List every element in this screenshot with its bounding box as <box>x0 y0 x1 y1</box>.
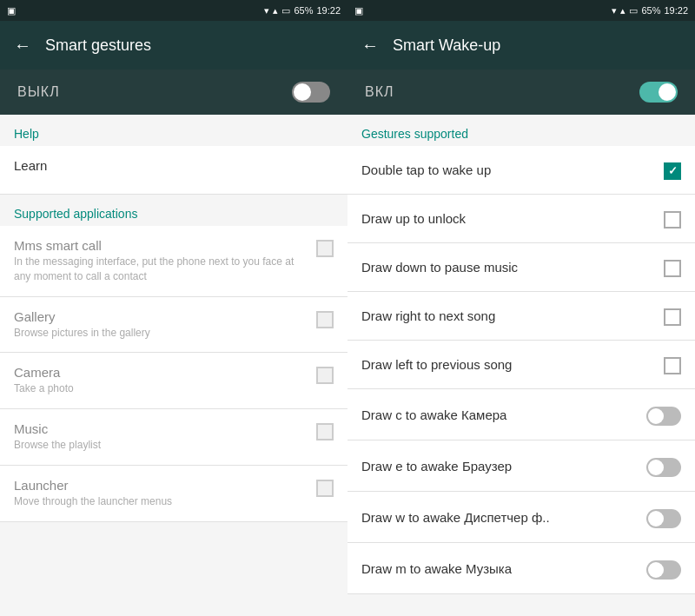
launcher-checkbox[interactable] <box>316 480 334 497</box>
right-wifi-icon: ▾ <box>612 5 617 17</box>
left-panel: ▣ ▾ ▴ ▭ 65% 19:22 ← Smart gestures ВЫКЛ … <box>0 0 348 616</box>
status-right-info: ▾ ▴ ▭ 65% 19:22 <box>264 5 341 17</box>
launcher-title: Launcher <box>14 478 306 493</box>
camera-text: Camera Take a photo <box>14 365 316 396</box>
gesture-draw-m-label: Draw m to awake Музыка <box>361 561 512 576</box>
back-button[interactable]: ← <box>14 36 31 56</box>
battery-label: 65% <box>294 5 313 16</box>
gesture-double-tap-label: Double tap to wake up <box>361 162 491 177</box>
gesture-draw-left-label: Draw left to previous song <box>361 357 512 372</box>
gesture-draw-up-checkbox[interactable] <box>664 211 681 229</box>
gesture-draw-w-toggle[interactable] <box>646 509 681 528</box>
mms-text: Mms smart call In the messaging interfac… <box>14 238 316 284</box>
gesture-draw-left-checkbox[interactable] <box>664 357 681 374</box>
right-signal-icon: ▴ <box>620 5 626 17</box>
right-content: Gestures supported Double tap to wake up… <box>348 115 695 616</box>
gesture-draw-e-label: Draw e to awake Браузер <box>361 459 512 474</box>
list-item-music[interactable]: Music Browse the playlist <box>0 409 348 466</box>
left-toggle-label: ВЫКЛ <box>17 84 60 100</box>
gallery-text: Gallery Browse pictures in the gallery <box>14 309 316 341</box>
gesture-draw-down-checkbox[interactable] <box>664 260 681 277</box>
right-toggle-row: ВКЛ <box>348 70 695 115</box>
signal-icon: ▴ <box>273 5 278 17</box>
gesture-draw-c-toggle[interactable] <box>646 407 681 426</box>
mms-subtitle: In the messaging interface, put the phon… <box>14 255 306 284</box>
gesture-draw-m[interactable]: Draw m to awake Музыка <box>348 543 695 594</box>
right-battery-label: 65% <box>641 5 660 16</box>
left-top-bar: ← Smart gestures <box>0 21 348 70</box>
gallery-title: Gallery <box>14 309 306 324</box>
left-status-bar: ▣ ▾ ▴ ▭ 65% 19:22 <box>0 0 348 21</box>
gesture-draw-left[interactable]: Draw left to previous song <box>348 341 695 389</box>
right-top-bar: ← Smart Wake-up <box>348 21 695 70</box>
learn-text: Learn <box>14 158 334 173</box>
music-text: Music Browse the playlist <box>14 421 316 453</box>
gesture-draw-w-label: Draw w to awake Диспетчер ф.. <box>361 510 550 525</box>
gesture-draw-down[interactable]: Draw down to pause music <box>348 243 695 292</box>
launcher-text: Launcher Move through the launcher menus <box>14 478 316 509</box>
list-item-camera[interactable]: Camera Take a photo <box>0 353 348 409</box>
supported-apps-header: Supported applications <box>0 195 348 226</box>
gallery-subtitle: Browse pictures in the gallery <box>14 326 306 341</box>
wifi-icon: ▾ <box>264 5 269 17</box>
help-section-header: Help <box>0 115 348 146</box>
gesture-draw-m-knob <box>648 562 664 578</box>
right-sim-icon: ▣ <box>354 5 363 17</box>
right-toggle-label: ВКЛ <box>365 84 394 100</box>
music-checkbox[interactable] <box>316 423 334 440</box>
list-item-mms[interactable]: Mms smart call In the messaging interfac… <box>0 226 348 297</box>
camera-checkbox[interactable] <box>316 367 334 384</box>
left-content: Help Learn Supported applications Mms sm… <box>0 115 348 616</box>
list-item-launcher[interactable]: Launcher Move through the launcher menus <box>0 466 348 522</box>
mms-title: Mms smart call <box>14 238 306 253</box>
gesture-draw-right-checkbox[interactable] <box>664 308 681 326</box>
left-toggle-knob <box>294 83 311 101</box>
launcher-subtitle: Move through the launcher menus <box>14 494 306 509</box>
gesture-draw-e-toggle[interactable] <box>646 458 681 477</box>
left-toggle-row: ВЫКЛ <box>0 70 348 115</box>
left-page-title: Smart gestures <box>45 36 151 55</box>
learn-title: Learn <box>14 158 323 173</box>
gesture-draw-m-toggle[interactable] <box>646 560 681 580</box>
right-status-right: ▾ ▴ ▭ 65% 19:22 <box>612 5 688 17</box>
left-toggle-switch[interactable] <box>292 82 330 103</box>
right-time-label: 19:22 <box>664 5 688 16</box>
gesture-draw-c-knob <box>648 408 664 424</box>
gesture-draw-e-knob <box>648 460 664 475</box>
right-battery-icon: ▭ <box>629 5 638 17</box>
camera-subtitle: Take a photo <box>14 381 306 396</box>
status-left-icons: ▣ <box>7 5 16 17</box>
gesture-draw-w-knob <box>648 511 664 527</box>
right-panel: ▣ ▾ ▴ ▭ 65% 19:22 ← Smart Wake-up ВКЛ Ge… <box>348 0 695 616</box>
gallery-checkbox[interactable] <box>316 311 334 328</box>
gesture-draw-up-label: Draw up to unlock <box>361 211 466 226</box>
gesture-draw-c-label: Draw c to awake Камера <box>361 407 506 422</box>
camera-title: Camera <box>14 365 306 380</box>
gesture-draw-right[interactable]: Draw right to next song <box>348 292 695 341</box>
gesture-draw-e[interactable]: Draw e to awake Браузер <box>348 440 695 492</box>
right-toggle-knob <box>659 83 676 101</box>
gesture-draw-down-label: Draw down to pause music <box>361 260 518 275</box>
music-title: Music <box>14 421 306 436</box>
learn-item[interactable]: Learn <box>0 146 348 195</box>
right-status-bar: ▣ ▾ ▴ ▭ 65% 19:22 <box>348 0 695 21</box>
list-item-gallery[interactable]: Gallery Browse pictures in the gallery <box>0 297 348 354</box>
gesture-double-tap-checkbox[interactable] <box>664 162 681 180</box>
gesture-draw-w[interactable]: Draw w to awake Диспетчер ф.. <box>348 492 695 543</box>
mms-checkbox[interactable] <box>316 240 334 257</box>
right-toggle-switch[interactable] <box>639 82 678 103</box>
gesture-draw-c[interactable]: Draw c to awake Камера <box>348 389 695 440</box>
right-page-title: Smart Wake-up <box>393 36 500 55</box>
right-status-left: ▣ <box>354 5 363 17</box>
gesture-draw-right-label: Draw right to next song <box>361 308 495 323</box>
gestures-section-header: Gestures supported <box>348 115 695 146</box>
right-back-button[interactable]: ← <box>361 36 379 56</box>
sim-icon: ▣ <box>7 5 16 17</box>
gesture-draw-up[interactable]: Draw up to unlock <box>348 195 695 243</box>
gesture-double-tap[interactable]: Double tap to wake up <box>348 146 695 195</box>
time-label: 19:22 <box>316 5 341 16</box>
battery-icon: ▭ <box>281 5 290 17</box>
music-subtitle: Browse the playlist <box>14 438 306 453</box>
